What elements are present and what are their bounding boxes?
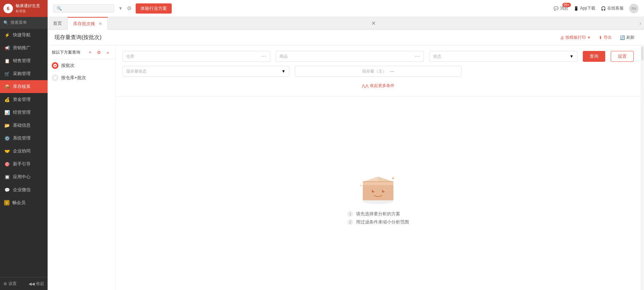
expand-btn[interactable]: › [639, 20, 641, 27]
online-service-btn[interactable]: 🎧 在线客服 [601, 5, 624, 11]
page-scrollbar[interactable] [641, 46, 644, 290]
scheme-settings-btn[interactable]: ⚙ [96, 49, 102, 56]
app-name: 畅康通好生意 [16, 3, 40, 9]
refresh-icon: 🔄 [620, 35, 625, 40]
app-download-btn[interactable]: 📱 App下载 [574, 5, 595, 11]
sidebar-item-label: 企业微信 [13, 187, 31, 193]
chevron-down-icon: ▼ [587, 36, 591, 39]
filter-settings-btn[interactable]: 设置 [611, 51, 634, 62]
tab-home[interactable]: 首页 [48, 17, 68, 30]
collapse-more-btn[interactable]: ⋀⋀ 收起更多条件 [122, 81, 634, 91]
empty-hints: 1 请先选择要分析的方案 2 用过滤条件来缩小分析范围 [347, 211, 409, 225]
sidebar-item-label: 经营管理 [13, 109, 31, 115]
user-avatar-btn[interactable]: Rit [629, 4, 639, 13]
tabbar-close-btn[interactable]: ✕ [367, 17, 380, 30]
stock-qty-dash: — [390, 69, 394, 74]
tab-batch-account[interactable]: 库存批次账 ✕ [68, 17, 108, 30]
collapse-label: 收起更多条件 [370, 83, 394, 89]
sidebar-item-enterprise[interactable]: 🤝 企业协同 [0, 145, 48, 158]
sidebar-item-finance[interactable]: 💰 资金管理 [0, 93, 48, 106]
scheme-item-by-warehouse-batch[interactable]: 按仓库+批次 [48, 72, 115, 84]
hint-1-text: 请先选择要分析的方案 [356, 211, 400, 217]
sidebar-item-purchase[interactable]: 🛒 采购管理 [0, 67, 48, 80]
tab-close-icon[interactable]: ✕ [99, 21, 102, 26]
sidebar-search[interactable]: 🔍 搜索菜单 [0, 17, 48, 29]
tab-batch-account-label: 库存批次账 [73, 21, 95, 27]
experience-btn[interactable]: 体验行业方案 [136, 3, 172, 14]
sidebar-item-wechat[interactable]: 💬 企业微信 [0, 183, 48, 196]
status-select[interactable]: 状态 ▼ [429, 51, 577, 62]
sidebar-item-marketing[interactable]: 📢 营销推广 [0, 41, 48, 54]
newbie-icon: 🎯 [4, 161, 10, 167]
headset-icon: 🎧 [601, 6, 606, 11]
messages-btn[interactable]: 💬 消息 99+ [554, 5, 568, 11]
warehouse-input[interactable]: 仓库 ··· [122, 51, 270, 62]
sidebar-item-sales[interactable]: 📋 销售管理 [0, 54, 48, 67]
message-icon: 💬 [554, 6, 559, 11]
product-input[interactable]: 商品 ··· [276, 51, 424, 62]
sidebar-item-apps[interactable]: 🔲 应用中心 [0, 170, 48, 183]
content-empty-area: ✦ ✦ 1 请先选择要分析的方案 2 用过滤条件来缩小分析范围 [116, 96, 641, 290]
sidebar-settings-btn[interactable]: ⚙ 设置 [3, 281, 17, 287]
topbar-search[interactable]: 🔍 [53, 4, 114, 13]
basic-icon: 📂 [4, 122, 10, 128]
sidebar-collapse-btn[interactable]: ◀◀ 收起 [29, 281, 44, 287]
quick-nav-icon: ⚡ [4, 32, 10, 38]
query-btn[interactable]: 查询 [583, 51, 605, 62]
sidebar-item-label: 企业协同 [13, 148, 31, 154]
sidebar-item-label: 基础信息 [13, 122, 31, 128]
scheme-item-by-batch[interactable]: 按批次 [48, 59, 115, 72]
app-name-block: 畅康通好生意 标准版 [16, 3, 40, 14]
sidebar-item-vip[interactable]: V 畅会员 [0, 196, 48, 209]
sidebar-item-label: 销售管理 [13, 58, 31, 64]
search-label: 搜索菜单 [11, 20, 27, 25]
page-body: 按以下方案查询 ＋ ⚙ « 按批次 [48, 46, 644, 290]
empty-hint-1: 1 请先选择要分析的方案 [347, 211, 409, 217]
page-title: 现存量查询(按批次) [54, 34, 102, 41]
print-btn[interactable]: 🖨 按模板打印 ▼ [557, 33, 593, 42]
sales-icon: 📋 [4, 58, 10, 64]
svg-point-2 [53, 76, 57, 79]
sidebar-item-label: 采购管理 [13, 71, 31, 77]
tab-home-label: 首页 [53, 20, 62, 26]
filter-row-1: 仓库 ··· 商品 ··· 状态 [122, 51, 634, 62]
add-scheme-btn[interactable]: ＋ [87, 49, 94, 56]
filter-stock-status: 现存量状态 ▼ [122, 66, 289, 77]
sidebar-item-system[interactable]: ⚙️ 系统管理 [0, 132, 48, 145]
topbar-right: 💬 消息 99+ 📱 App下载 🎧 在线客服 Rit [554, 4, 639, 13]
finance-icon: 💰 [4, 96, 10, 103]
svg-text:✦: ✦ [391, 176, 395, 181]
sidebar-item-operation[interactable]: 📊 经营管理 [0, 106, 48, 119]
collapse-icon: ◀◀ [29, 282, 35, 286]
sidebar-item-basic[interactable]: 📂 基础信息 [0, 119, 48, 132]
sidebar-item-inventory[interactable]: 📦 库存核算 [0, 80, 48, 93]
sidebar-item-newbie[interactable]: 🎯 新手引导 [0, 158, 48, 170]
settings-icon[interactable]: ⚙ [127, 5, 132, 12]
warehouse-dots: ··· [261, 53, 267, 59]
marketing-icon: 📢 [4, 45, 10, 51]
operation-icon: 📊 [4, 109, 10, 115]
sidebar-item-quick-nav[interactable]: ⚡ 快捷导航 [0, 29, 48, 41]
hint-2-text: 用过滤条件来缩小分析范围 [356, 219, 409, 225]
print-icon: 🖨 [560, 35, 564, 40]
purchase-icon: 🛒 [4, 71, 10, 77]
page: 现存量查询(按批次) 🖨 按模板打印 ▼ ⬆ 导出 🔄 刷新 [48, 30, 644, 290]
dropdown-icon[interactable]: ▼ [118, 6, 123, 11]
collapse-panel-btn[interactable]: « [104, 49, 111, 56]
sidebar-item-label: 营销推广 [13, 45, 31, 51]
stock-qty-range[interactable]: 现存量（主） — [295, 66, 462, 77]
sidebar-menu: ⚡ 快捷导航 📢 营销推广 📋 销售管理 🛒 采购管理 📦 库存核算 💰 资金管… [0, 29, 48, 277]
sidebar: 6 畅康通好生意 标准版 🔍 搜索菜单 ⚡ 快捷导航 📢 营销推广 📋 销售管理… [0, 0, 48, 290]
sidebar-item-label: 畅会员 [12, 200, 26, 206]
export-btn[interactable]: ⬆ 导出 [596, 33, 614, 42]
sidebar-item-label: 快捷导航 [13, 32, 31, 38]
refresh-btn[interactable]: 🔄 刷新 [617, 33, 637, 42]
scrollbar-thumb[interactable] [641, 47, 643, 60]
sidebar-bottom: ⚙ 设置 ◀◀ 收起 [0, 277, 48, 290]
vip-icon: V [4, 200, 10, 205]
stock-status-select[interactable]: 现存量状态 ▼ [122, 66, 289, 77]
messages-badge: 99+ [562, 3, 571, 7]
sidebar-item-label: 资金管理 [13, 96, 31, 103]
close-icon: ✕ [371, 20, 376, 26]
sidebar-item-label: 新手引导 [13, 161, 31, 167]
